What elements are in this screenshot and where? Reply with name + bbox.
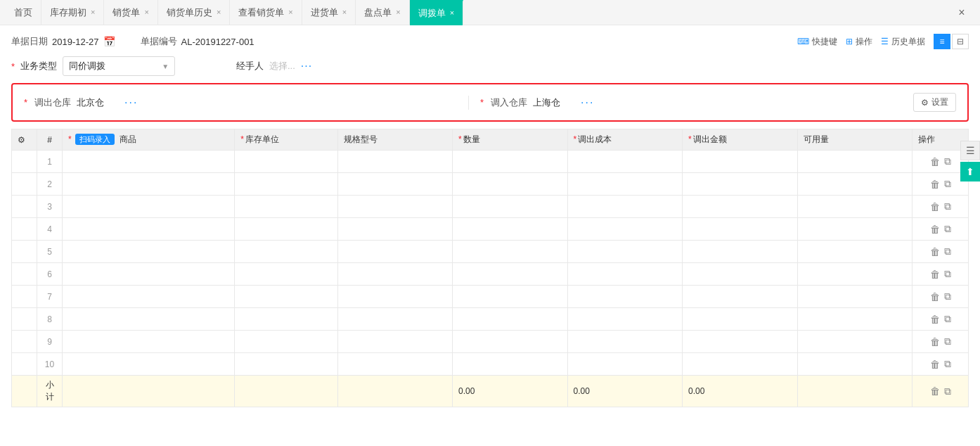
td-spec[interactable] bbox=[337, 353, 452, 376]
td-qty[interactable] bbox=[453, 263, 567, 286]
td-amount[interactable] bbox=[683, 196, 797, 218]
side-list-button[interactable]: ☰ bbox=[960, 141, 980, 160]
td-spec[interactable] bbox=[337, 151, 452, 173]
close-inventory-check[interactable]: × bbox=[396, 8, 400, 16]
tab-purchase-order[interactable]: 进货单 × bbox=[302, 0, 356, 25]
out-warehouse-more-icon[interactable]: ··· bbox=[124, 96, 138, 109]
td-product[interactable] bbox=[63, 376, 235, 407]
td-spec[interactable] bbox=[337, 286, 452, 308]
td-spec[interactable] bbox=[337, 196, 452, 218]
td-qty[interactable] bbox=[453, 241, 567, 263]
tab-sales-history[interactable]: 销货单历史 × bbox=[158, 0, 230, 25]
th-settings[interactable]: ⚙ bbox=[12, 129, 37, 151]
copy-row-button[interactable]: ⧉ bbox=[944, 155, 951, 167]
side-export-button[interactable]: ⬆ bbox=[960, 162, 980, 181]
td-qty[interactable] bbox=[453, 286, 567, 308]
td-available[interactable] bbox=[797, 286, 912, 308]
delete-row-button[interactable]: 🗑 bbox=[930, 269, 940, 280]
td-cost[interactable] bbox=[567, 308, 682, 331]
settings-button[interactable]: ⚙ 设置 bbox=[913, 93, 956, 112]
td-qty[interactable] bbox=[453, 151, 567, 173]
td-amount[interactable] bbox=[683, 353, 797, 376]
delete-row-button[interactable]: 🗑 bbox=[930, 201, 940, 212]
td-unit[interactable] bbox=[235, 241, 337, 263]
td-qty[interactable] bbox=[453, 308, 567, 331]
copy-row-button[interactable]: ⧉ bbox=[944, 178, 951, 190]
copy-row-button[interactable]: ⧉ bbox=[944, 313, 951, 325]
td-product[interactable] bbox=[63, 196, 235, 218]
close-sales-order[interactable]: × bbox=[144, 8, 148, 16]
td-unit[interactable] bbox=[235, 218, 337, 241]
scan-button[interactable]: 扫码录入 bbox=[75, 134, 115, 145]
tab-view-sales[interactable]: 查看销货单 × bbox=[230, 0, 302, 25]
td-qty[interactable] bbox=[453, 196, 567, 218]
td-available[interactable] bbox=[797, 218, 912, 241]
close-purchase-order[interactable]: × bbox=[342, 8, 347, 16]
delete-row-button[interactable]: 🗑 bbox=[930, 336, 940, 348]
td-qty[interactable] bbox=[453, 218, 567, 241]
td-qty[interactable]: 0.00 bbox=[453, 376, 567, 407]
td-unit[interactable] bbox=[235, 173, 337, 196]
copy-row-button[interactable]: ⧉ bbox=[944, 386, 951, 397]
tab-inventory-init[interactable]: 库存期初 × bbox=[41, 0, 104, 25]
td-available[interactable] bbox=[797, 173, 912, 196]
td-product[interactable] bbox=[63, 308, 235, 331]
history-button[interactable]: ☰ 历史单据 bbox=[881, 36, 925, 48]
close-view-sales[interactable]: × bbox=[288, 8, 292, 16]
td-available[interactable] bbox=[797, 263, 912, 286]
td-unit[interactable] bbox=[235, 151, 337, 173]
td-cost[interactable] bbox=[567, 218, 682, 241]
td-amount[interactable] bbox=[683, 218, 797, 241]
tab-transfer-order[interactable]: 调拨单 × bbox=[410, 0, 463, 25]
delete-row-button[interactable]: 🗑 bbox=[930, 386, 940, 397]
td-unit[interactable] bbox=[235, 331, 337, 353]
td-cost[interactable] bbox=[567, 286, 682, 308]
td-cost[interactable] bbox=[567, 353, 682, 376]
delete-row-button[interactable]: 🗑 bbox=[930, 179, 940, 190]
td-available[interactable] bbox=[797, 353, 912, 376]
shortcut-button[interactable]: ⌨ 快捷键 bbox=[797, 36, 837, 48]
copy-row-button[interactable]: ⧉ bbox=[944, 291, 951, 302]
td-amount[interactable] bbox=[683, 241, 797, 263]
td-amount[interactable] bbox=[683, 331, 797, 353]
td-cost[interactable] bbox=[567, 196, 682, 218]
delete-row-button[interactable]: 🗑 bbox=[930, 314, 940, 325]
tab-home[interactable]: 首页 bbox=[6, 0, 41, 25]
td-cost[interactable] bbox=[567, 331, 682, 353]
td-spec[interactable] bbox=[337, 218, 452, 241]
td-cost[interactable]: 0.00 bbox=[567, 376, 682, 407]
tab-sales-order[interactable]: 销货单 × bbox=[104, 0, 157, 25]
td-amount[interactable] bbox=[683, 173, 797, 196]
td-spec[interactable] bbox=[337, 241, 452, 263]
td-unit[interactable] bbox=[235, 286, 337, 308]
td-available[interactable] bbox=[797, 308, 912, 331]
td-product[interactable] bbox=[63, 218, 235, 241]
copy-row-button[interactable]: ⧉ bbox=[944, 268, 951, 280]
delete-row-button[interactable]: 🗑 bbox=[930, 156, 940, 167]
copy-row-button[interactable]: ⧉ bbox=[944, 200, 951, 212]
td-amount[interactable] bbox=[683, 308, 797, 331]
td-unit[interactable] bbox=[235, 196, 337, 218]
td-product[interactable] bbox=[63, 286, 235, 308]
td-cost[interactable] bbox=[567, 263, 682, 286]
td-amount[interactable] bbox=[683, 263, 797, 286]
calendar-icon[interactable]: 📅 bbox=[103, 36, 115, 47]
tab-inventory-check[interactable]: 盘点单 × bbox=[356, 0, 409, 25]
table-gear-icon[interactable]: ⚙ bbox=[18, 135, 25, 145]
td-spec[interactable] bbox=[337, 173, 452, 196]
td-cost[interactable] bbox=[567, 241, 682, 263]
copy-row-button[interactable]: ⧉ bbox=[944, 223, 951, 235]
td-product[interactable] bbox=[63, 241, 235, 263]
close-transfer-order[interactable]: × bbox=[450, 9, 454, 17]
delete-row-button[interactable]: 🗑 bbox=[930, 246, 940, 257]
td-cost[interactable] bbox=[567, 151, 682, 173]
operation-button[interactable]: ⊞ 操作 bbox=[846, 36, 872, 48]
copy-row-button[interactable]: ⧉ bbox=[944, 336, 951, 348]
td-cost[interactable] bbox=[567, 173, 682, 196]
td-spec[interactable] bbox=[337, 308, 452, 331]
td-unit[interactable] bbox=[235, 263, 337, 286]
delete-row-button[interactable]: 🗑 bbox=[930, 224, 940, 235]
td-qty[interactable] bbox=[453, 173, 567, 196]
td-qty[interactable] bbox=[453, 331, 567, 353]
delete-row-button[interactable]: 🗑 bbox=[930, 291, 940, 302]
